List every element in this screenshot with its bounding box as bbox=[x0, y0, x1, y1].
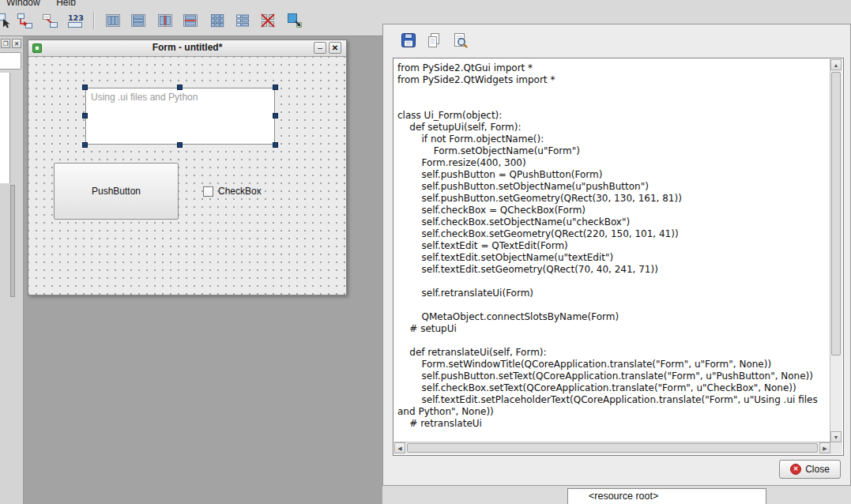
selection-handle[interactable] bbox=[177, 142, 183, 148]
scroll-left-icon[interactable]: ◀ bbox=[394, 442, 405, 453]
menubar: Window Help bbox=[0, 0, 851, 6]
adjust-size-icon bbox=[286, 12, 303, 29]
selection-handle[interactable] bbox=[273, 142, 278, 148]
edit-tab-order-button[interactable]: 123 bbox=[64, 9, 86, 32]
resource-root-label: <resource root> bbox=[589, 491, 658, 502]
checkbox-box-icon[interactable] bbox=[203, 186, 213, 197]
widget-list-fragment[interactable] bbox=[0, 73, 10, 183]
break-layout-icon bbox=[259, 12, 277, 29]
close-button[interactable]: ✕ bbox=[329, 42, 341, 54]
textedit-widget[interactable]: Using .ui files and Python bbox=[85, 88, 275, 145]
selection-handle[interactable] bbox=[82, 142, 88, 148]
edit-widgets-icon bbox=[0, 12, 12, 29]
textedit-placeholder: Using .ui files and Python bbox=[86, 88, 274, 106]
dock-close-icon[interactable]: ✕ bbox=[12, 39, 21, 48]
vertical-scrollbar[interactable]: ▲ ▼ bbox=[830, 59, 842, 442]
horizontal-scrollbar-thumb[interactable] bbox=[407, 443, 818, 453]
form-canvas[interactable]: Using .ui files and Python PushButton Ch… bbox=[28, 57, 346, 295]
layout-vertical-splitter-icon bbox=[182, 12, 199, 29]
form-editor-window[interactable]: Form - untitled* – ✕ Using .ui files and… bbox=[28, 39, 347, 295]
minimize-button[interactable]: – bbox=[314, 42, 326, 54]
selection-handle[interactable] bbox=[82, 113, 88, 118]
layout-vertical-splitter-button[interactable] bbox=[179, 9, 201, 32]
widget-filter-field-fragment[interactable] bbox=[0, 52, 21, 70]
scrollbar-corner bbox=[830, 442, 842, 454]
form-window-title: Form - untitled* bbox=[28, 42, 346, 53]
copy-icon bbox=[425, 32, 442, 49]
save-button[interactable] bbox=[399, 31, 418, 50]
checkbox-label: CheckBox bbox=[218, 186, 262, 197]
close-dialog-button[interactable]: ✕ Close bbox=[779, 460, 841, 479]
scroll-down-icon[interactable]: ▼ bbox=[830, 431, 842, 442]
layout-vertical-button[interactable] bbox=[127, 9, 149, 32]
menu-window[interactable]: Window bbox=[6, 0, 40, 6]
selection-handle[interactable] bbox=[82, 85, 88, 90]
resource-root-item[interactable]: <resource root> bbox=[567, 488, 766, 504]
selection-handle[interactable] bbox=[273, 85, 278, 90]
qt-designer-window: Window Help bbox=[0, 0, 851, 504]
pushbutton-widget[interactable]: PushButton bbox=[54, 163, 179, 220]
layout-grid-button[interactable] bbox=[206, 9, 228, 32]
checkbox-widget[interactable]: CheckBox bbox=[203, 185, 262, 197]
layout-horizontal-splitter-button[interactable] bbox=[154, 9, 176, 32]
pushbutton-label: PushButton bbox=[92, 186, 141, 197]
scroll-up-icon[interactable]: ▲ bbox=[830, 59, 842, 70]
edit-signals-slots-button[interactable] bbox=[13, 9, 36, 32]
edit-buddies-button[interactable] bbox=[39, 9, 61, 32]
close-button-label: Close bbox=[805, 464, 830, 475]
selection-handle[interactable] bbox=[273, 113, 278, 118]
widget-box-dock-fragment: ❐ ✕ bbox=[0, 36, 24, 504]
layout-form-icon bbox=[234, 12, 251, 29]
vertical-scrollbar-thumb[interactable] bbox=[831, 72, 841, 355]
layout-form-button[interactable] bbox=[232, 9, 254, 32]
save-icon bbox=[400, 32, 417, 49]
layout-vertical-icon bbox=[130, 12, 147, 29]
form-titlebar[interactable]: Form - untitled* – ✕ bbox=[28, 40, 346, 57]
layout-horizontal-button[interactable] bbox=[102, 9, 124, 32]
layout-horizontal-icon bbox=[104, 12, 122, 29]
generated-code-text[interactable]: from PySide2.QtGui import * from PySide2… bbox=[397, 62, 827, 439]
dock-float-icon[interactable]: ❐ bbox=[1, 39, 10, 48]
break-layout-button[interactable] bbox=[257, 9, 279, 32]
edit-signals-slots-icon bbox=[16, 12, 33, 29]
edit-widgets-button[interactable] bbox=[0, 9, 14, 32]
layout-grid-icon bbox=[209, 12, 226, 29]
svg-text:123: 123 bbox=[68, 13, 84, 22]
layout-horizontal-splitter-icon bbox=[156, 12, 174, 29]
dock-scrollbar-fragment[interactable] bbox=[10, 185, 15, 297]
menu-help[interactable]: Help bbox=[56, 0, 76, 6]
scroll-right-icon[interactable]: ▶ bbox=[819, 442, 830, 453]
edit-buddies-icon bbox=[41, 12, 58, 29]
find-icon bbox=[451, 32, 469, 49]
find-button[interactable] bbox=[450, 31, 469, 50]
toolbar-separator bbox=[93, 12, 94, 29]
horizontal-scrollbar[interactable]: ◀ ▶ bbox=[394, 442, 830, 454]
adjust-size-button[interactable] bbox=[284, 9, 306, 32]
resource-browser-fragment: <resource root> bbox=[382, 486, 851, 504]
selection-handle[interactable] bbox=[177, 85, 183, 90]
edit-tab-order-icon: 123 bbox=[66, 12, 84, 29]
close-red-icon: ✕ bbox=[790, 464, 801, 475]
copy-button[interactable] bbox=[424, 31, 443, 50]
code-view[interactable]: from PySide2.QtGui import * from PySide2… bbox=[393, 58, 844, 456]
code-preview-panel: from PySide2.QtGui import * from PySide2… bbox=[382, 24, 851, 486]
